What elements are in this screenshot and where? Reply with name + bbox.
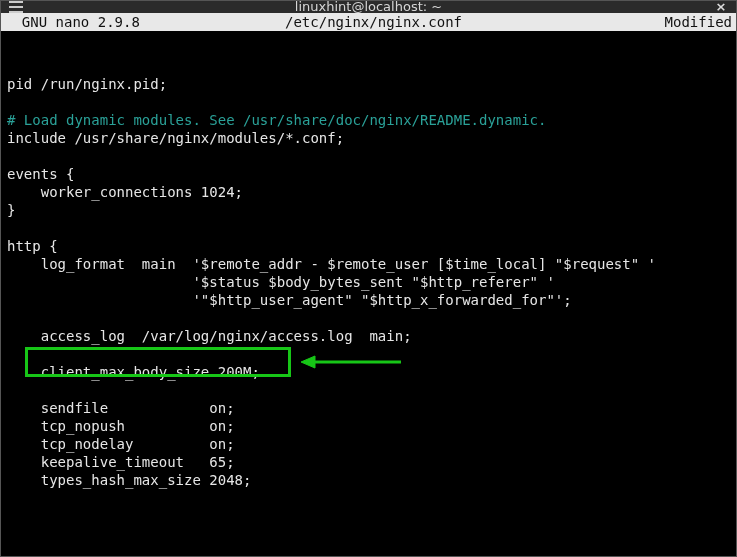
code-line: types_hash_max_size 2048; (7, 472, 251, 488)
code-line: access_log /var/log/nginx/access.log mai… (7, 328, 412, 344)
annotation-highlight-box (25, 347, 291, 377)
code-line: log_format main '$remote_addr - $remote_… (7, 256, 656, 272)
code-line: tcp_nopush on; (7, 418, 235, 434)
svg-marker-4 (301, 356, 315, 368)
code-line: sendfile on; (7, 400, 235, 416)
code-line: http { (7, 238, 58, 254)
hamburger-menu-icon[interactable] (1, 1, 31, 13)
close-button[interactable]: × (706, 0, 736, 16)
code-line: keepalive_timeout 65; (7, 454, 235, 470)
code-line: } (7, 202, 15, 218)
code-line: '$status $body_bytes_sent "$http_referer… (7, 274, 555, 290)
editor-program: GNU nano 2.9.8 (5, 13, 285, 31)
code-line: events { (7, 166, 74, 182)
editor-status-bar: GNU nano 2.9.8 /etc/nginx/nginx.conf Mod… (1, 13, 736, 31)
editor-file: /etc/nginx/nginx.conf (285, 13, 665, 31)
code-line: '"$http_user_agent" "$http_x_forwarded_f… (7, 292, 572, 308)
code-line: tcp_nodelay on; (7, 436, 235, 452)
code-line: worker_connections 1024; (7, 184, 243, 200)
code-line: pid /run/nginx.pid; (7, 76, 167, 92)
code-comment: # Load dynamic modules. See /usr/share/d… (7, 112, 546, 128)
window-titlebar: linuxhint@localhost: ~ × (1, 1, 736, 13)
code-line: include /usr/share/nginx/modules/*.conf; (7, 130, 344, 146)
annotation-arrow (301, 354, 401, 370)
editor-content[interactable]: pid /run/nginx.pid; # Load dynamic modul… (1, 31, 736, 557)
